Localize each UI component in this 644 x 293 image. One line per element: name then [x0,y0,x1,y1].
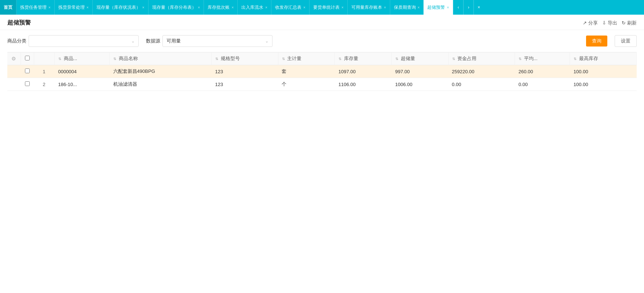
filter-datasource: 数据源 可用量 ⌄ [146,35,272,47]
row-capital: 0.00 [448,78,515,91]
nav-item-label: 保质期查询 [394,4,416,11]
nav-item-batch-account[interactable]: 库存批次账× [204,0,238,15]
sort-icon: ⇅ [452,57,455,61]
refresh-icon: ↻ [622,20,626,26]
sort-icon: ⇅ [215,57,218,61]
nav-item-label: 现存量（库存分布表） [152,4,196,11]
page-content: 超储预警 ↗ 分享 ⇩ 导出 ↻ 刷新 商品分类 ⌄ 数据源 [0,15,644,293]
col-capital[interactable]: ⇅ 资金占用 [448,52,515,65]
row-goods-code: 0000004 [54,65,109,78]
nav-item-avail-account[interactable]: 可用量库存账本× [348,0,390,15]
col-goods-name[interactable]: ⇅ 商品名称 [110,52,212,65]
datasource-select[interactable]: 可用量 ⌄ [162,35,272,47]
row-unit: 个 [278,78,335,91]
nav-item-quality-check[interactable]: 保质期查询× [390,0,424,15]
nav-close-icon[interactable]: × [198,5,200,10]
action-buttons: 查询 [586,36,607,47]
sort-icon: ⇅ [282,57,285,61]
nav-close-icon[interactable]: × [341,5,344,10]
nav-close-icon[interactable]: × [231,5,234,10]
col-spec[interactable]: ⇅ 规格型号 [212,52,278,65]
nav-item-task-mgmt[interactable]: 拣货任务管理× [17,0,55,15]
col-avg[interactable]: ⇅ 平均... [515,52,570,65]
row-stock: 1106.00 [335,78,392,91]
row-goods-code: 186-10... [54,78,109,91]
row-number: 2 [34,78,54,91]
row-settings-cell [7,65,21,78]
row-settings-cell [7,78,21,91]
nav-close-icon[interactable]: × [265,5,267,10]
nav-close-icon[interactable]: × [48,5,51,10]
row-checkbox[interactable] [25,81,30,86]
nav-close-icon[interactable]: × [303,5,305,10]
col-rownum [34,52,54,65]
nav-bar: 首页 拣货任务管理×拣货异常处理×现存量（库存状况表）×现存量（库存分布表）×库… [0,0,644,15]
row-max-stock: 100.00 [570,65,637,78]
row-capital: 259220.00 [448,65,515,78]
nav-next-arrow[interactable]: › [463,0,473,15]
row-spec: 123 [212,65,278,78]
filter-area: 商品分类 ⌄ 数据源 可用量 ⌄ 查询 设置 [0,30,644,52]
sort-icon: ⇅ [339,57,341,61]
nav-close-icon[interactable]: × [87,5,89,10]
sort-icon: ⇅ [58,57,61,61]
nav-home[interactable]: 首页 [0,0,17,15]
nav-close-arrow[interactable]: × [473,0,484,15]
row-over-stock: 997.00 [391,65,448,78]
nav-prev-arrow[interactable]: ‹ [453,0,463,15]
nav-item-inventory-status[interactable]: 现存量（库存状况表）× [93,0,149,15]
settings-button[interactable]: 设置 [615,35,637,47]
share-icon: ↗ [583,20,587,26]
nav-close-icon[interactable]: × [142,5,144,10]
table-container: ⚙ ⇅ 商品... ⇅ 商品名称 ⇅ [0,52,644,91]
row-goods-name: 六配套新昌490BPG [110,65,212,78]
row-max-stock: 100.00 [570,78,637,91]
category-chevron-icon: ⌄ [131,39,135,44]
datasource-chevron-icon: ⌄ [265,39,268,44]
table-row: 2 186-10... 机油滤清器 123 个 1106.00 1006.00 … [7,78,637,91]
row-unit: 套 [278,65,335,78]
nav-item-inout-flow[interactable]: 出入库流水× [238,0,271,15]
select-all-checkbox[interactable] [25,56,30,60]
nav-close-icon[interactable]: × [384,5,386,10]
page-title: 超储预警 [7,19,31,27]
nav-item-recv-send[interactable]: 收发存汇总表× [271,0,310,15]
col-checkbox [21,52,34,65]
col-unit[interactable]: ⇅ 主计量 [278,52,335,65]
row-avg: 0.00 [515,78,570,91]
col-over-stock[interactable]: ⇅ 超储量 [391,52,448,65]
export-button[interactable]: ⇩ 导出 [602,20,617,26]
col-stock[interactable]: ⇅ 库存量 [335,52,392,65]
datasource-label: 数据源 [146,38,160,44]
nav-item-label: 库存批次账 [208,4,230,11]
nav-item-label: 拣货异常处理 [58,4,85,11]
row-spec: 123 [212,78,278,91]
refresh-button[interactable]: ↻ 刷新 [622,20,637,26]
nav-item-over-storage[interactable]: 超储预警× [424,0,453,15]
nav-item-abnormal-proc[interactable]: 拣货异常处理× [55,0,93,15]
col-max-stock[interactable]: ⇅ 最高库存 [570,52,637,65]
nav-close-icon[interactable]: × [447,5,449,10]
datasource-value: 可用量 [167,38,181,44]
row-checkbox-cell [21,65,34,78]
nav-item-inventory-dist[interactable]: 现存量（库存分布表）× [149,0,204,15]
query-button[interactable]: 查询 [586,36,607,47]
col-goods-code[interactable]: ⇅ 商品... [54,52,109,65]
nav-close-icon[interactable]: × [418,5,420,10]
sort-icon: ⇅ [395,57,398,61]
nav-item-label: 可用量库存账本 [351,4,382,11]
filter-category: 商品分类 ⌄ [7,35,139,47]
settings-button-wrapper: 设置 [615,35,637,47]
gear-icon[interactable]: ⚙ [11,56,16,62]
page-header: 超储预警 ↗ 分享 ⇩ 导出 ↻ 刷新 [0,15,644,30]
row-goods-name: 机油滤清器 [110,78,212,91]
data-table: ⚙ ⇅ 商品... ⇅ 商品名称 ⇅ [7,52,637,91]
nav-item-order-stats[interactable]: 要货单统计表× [310,0,348,15]
sort-icon: ⇅ [574,57,577,61]
row-checkbox-cell [21,78,34,91]
nav-item-label: 要货单统计表 [313,4,340,11]
export-icon: ⇩ [602,20,606,26]
category-select[interactable]: ⌄ [29,35,139,47]
share-button[interactable]: ↗ 分享 [583,20,598,26]
row-checkbox[interactable] [25,68,30,73]
